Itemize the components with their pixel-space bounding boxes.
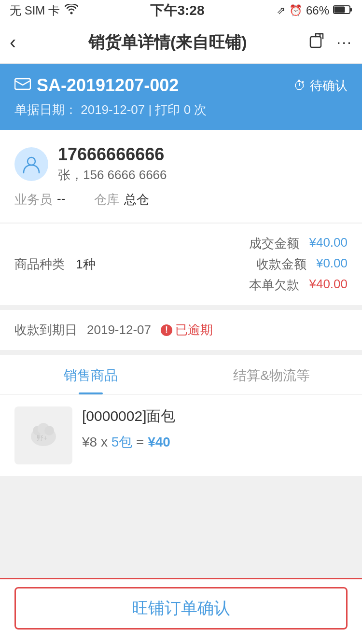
order-date: 单据日期： 2019-12-07 | 打印 0 次 (14, 101, 348, 118)
customer-card: 17666666666 张，156 6666 6666 业务员 -- 仓库 总仓 (0, 130, 362, 223)
svg-point-0 (70, 12, 73, 14)
received-value: ¥0.00 (316, 256, 348, 273)
overdue-text: 已逾期 (175, 322, 213, 338)
amount-section: 商品种类 1种 成交金额 ¥40.00 收款金额 ¥0.00 本单欠款 ¥40.… (0, 223, 362, 305)
product-total: ¥40 (148, 434, 170, 449)
status-text: 待确认 (310, 77, 348, 94)
wifi-icon (65, 4, 78, 17)
owed-value: ¥40.00 (309, 277, 348, 294)
order-header: SA-20191207-002 ⏱ 待确认 单据日期： 2019-12-07 |… (0, 64, 362, 130)
product-name: [0000002]面包 (82, 406, 348, 426)
svg-text:野+: 野+ (37, 434, 47, 442)
svg-rect-4 (310, 37, 321, 47)
amounts-right: 成交金额 ¥40.00 收款金额 ¥0.00 本单欠款 ¥40.00 (249, 235, 348, 294)
received-label: 收款金额 (256, 256, 306, 273)
status-bar: 无 SIM 卡 下午3:28 ⇗ ⏰ 66% (0, 0, 362, 21)
nav-bar: ‹ 销货单详情(来自旺铺) ··· (0, 21, 362, 64)
tabs-bar: 销售商品 结算&物流等 (0, 355, 362, 395)
nav-title: 销货单详情(来自旺铺) (26, 31, 309, 54)
share-icon[interactable] (309, 32, 327, 53)
salesperson-value: -- (57, 191, 65, 208)
warehouse-item: 仓库 总仓 (94, 191, 149, 208)
product-type-count: 1种 (76, 257, 95, 271)
location-icon: ⇗ (277, 4, 285, 17)
warehouse-value: 总仓 (124, 191, 149, 208)
tab-settlement[interactable]: 结算&物流等 (181, 355, 362, 394)
salesperson-label: 业务员 (14, 191, 52, 208)
battery-icon (333, 4, 352, 17)
customer-name: 张，156 6666 6666 (58, 167, 167, 183)
confirm-section: 旺铺订单确认 (0, 578, 362, 644)
deal-amount-label: 成交金额 (249, 235, 299, 252)
battery-text: 66% (306, 4, 329, 17)
confirm-order-button[interactable]: 旺铺订单确认 (14, 587, 348, 630)
order-id-icon (14, 75, 31, 96)
product-list: 野+ [0000002]面包 ¥8 x 5包 = ¥40 (0, 395, 362, 476)
deal-amount-value: ¥40.00 (309, 235, 348, 252)
customer-info: 17666666666 张，156 6666 6666 (58, 144, 167, 183)
overdue-icon: ! (161, 324, 172, 336)
product-price: ¥8 x 5包 = ¥40 (82, 433, 348, 451)
owed-row: 本单欠款 ¥40.00 (249, 277, 348, 294)
product-qty: 5包 (111, 434, 133, 449)
deal-amount-row: 成交金额 ¥40.00 (249, 235, 348, 252)
warehouse-label: 仓库 (94, 191, 119, 208)
alarm-icon: ⏰ (289, 4, 302, 17)
multiply-symbol: x (101, 434, 108, 449)
more-icon[interactable]: ··· (336, 33, 352, 51)
product-item: 野+ [0000002]面包 ¥8 x 5包 = ¥40 (14, 406, 348, 464)
order-id-text: SA-20191207-002 (37, 75, 179, 96)
received-row: 收款金额 ¥0.00 (256, 256, 348, 273)
owed-label: 本单欠款 (249, 277, 299, 294)
tab-sales-product[interactable]: 销售商品 (0, 355, 181, 394)
due-date-section: 收款到期日 2019-12-07 ! 已逾期 (0, 305, 362, 350)
product-thumbnail: 野+ (14, 406, 72, 464)
svg-rect-2 (350, 8, 352, 12)
overdue-badge: ! 已逾期 (161, 322, 213, 338)
order-id: SA-20191207-002 (14, 75, 179, 96)
status-clock-icon: ⏱ (293, 78, 306, 93)
svg-rect-3 (334, 7, 345, 13)
nav-actions: ··· (309, 32, 352, 53)
svg-point-6 (28, 157, 35, 165)
status-time: 下午3:28 (150, 1, 204, 20)
customer-meta: 业务员 -- 仓库 总仓 (14, 191, 348, 208)
svg-rect-5 (15, 79, 30, 89)
customer-avatar (14, 147, 48, 181)
tabs-section: 销售商品 结算&物流等 野+ [0000002]面包 ¥8 x (0, 350, 362, 476)
product-type: 商品种类 1种 (14, 256, 96, 273)
due-date-label: 收款到期日 (14, 322, 77, 338)
status-bar-right: ⇗ ⏰ 66% (277, 4, 352, 17)
back-button[interactable]: ‹ (10, 27, 26, 58)
due-date-value: 2019-12-07 (87, 322, 151, 337)
price-value: ¥8 (82, 434, 97, 449)
equals-symbol: = (136, 434, 144, 449)
product-info: [0000002]面包 ¥8 x 5包 = ¥40 (82, 406, 348, 451)
customer-phone: 17666666666 (58, 144, 167, 165)
bottom-space (0, 476, 362, 582)
status-bar-left: 无 SIM 卡 (10, 3, 78, 18)
salesperson-item: 业务员 -- (14, 191, 65, 208)
order-status: ⏱ 待确认 (293, 77, 348, 94)
product-type-label: 商品种类 (14, 257, 65, 271)
no-sim-text: 无 SIM 卡 (10, 3, 60, 18)
